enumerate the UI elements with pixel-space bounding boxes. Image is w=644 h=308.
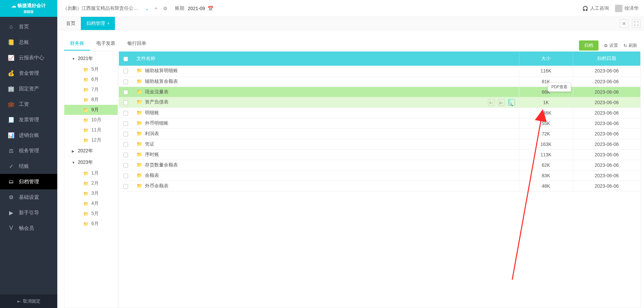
row-checkbox[interactable] [123,111,128,116]
sidebar-item-label: 发票管理 [19,117,39,123]
page-tabs: 首页归档管理× ✕ ⛶ [57,17,644,30]
file-name: 序时账 [145,152,159,157]
unpin-button[interactable]: ⇤ 取消固定 [0,295,57,308]
file-name: 辅助核算余额表 [145,79,178,84]
headset-icon: 🎧 [582,6,588,11]
tree-month-6月[interactable]: 📁6月 [64,74,118,85]
subtab-电子发票[interactable]: 电子发票 [90,37,121,51]
gear-icon[interactable]: ⚙ [163,6,167,11]
sidebar-item-新手引导[interactable]: ▶新手引导 [0,205,57,220]
tree-month-11月[interactable]: 📁11月 [64,125,118,135]
topbar: （勿删）江西服宝精品有限责任公司（... ⌄ ＋ ⚙ 账期 2021-09 📅 … [57,0,644,17]
subtab-财务账[interactable]: 财务账 [64,37,90,51]
tree-month-9月[interactable]: 📁9月 [64,105,118,115]
subtab-银行回单[interactable]: 银行回单 [121,37,152,51]
user-menu[interactable]: 徐泽华 [615,5,639,12]
tree-month-7月[interactable]: 📁7月 [64,85,118,95]
sidebar-item-进销台账[interactable]: 📊进销台账 [0,127,57,143]
sidebar-item-归档管理[interactable]: 🗂归档管理 [0,174,57,189]
row-checkbox[interactable] [123,163,128,168]
menu-icon: 📒 [8,39,14,45]
sidebar-item-云报表中心[interactable]: 📈云报表中心 [0,50,57,65]
settings-button[interactable]: ⚙设置 [604,42,618,49]
menu-icon: 🏢 [8,86,14,92]
gear-icon: ⚙ [604,43,608,48]
user-name: 徐泽华 [624,5,639,11]
table-row[interactable]: 📁利润表 72K 2023-06-06 [119,128,640,139]
folder-icon: 📁 [83,67,89,72]
row-checkbox[interactable] [123,184,128,189]
menu-icon: ⚙ [8,194,14,200]
tree-month-1月[interactable]: 📁1月 [64,168,118,178]
tree-year-2021年[interactable]: ▼2021年 [64,53,118,64]
plus-icon[interactable]: ＋ [154,5,158,11]
table-row[interactable]: 📁辅助核算明细账 116K 2023-06-06 [119,66,640,76]
tooltip-pdf-view: PDF查看 [548,83,571,92]
fullscreen-icon[interactable]: ⛶ [632,19,641,28]
tree-year-2023年[interactable]: ▼2023年 [64,157,118,168]
tree-month-6月[interactable]: 📁6月 [64,219,118,229]
sidebar-item-label: 工资 [19,101,29,107]
sidebar-item-税务管理[interactable]: ⚖税务管理 [0,143,57,158]
tree-month-10月[interactable]: 📁10月 [64,115,118,125]
sidebar-item-固定资产[interactable]: 🏢固定资产 [0,81,57,96]
row-checkbox[interactable] [123,90,128,95]
file-size: 55K [519,118,573,128]
table-row[interactable]: 📁资产负债表 x↓ p↓ p🔍 1K 2023-06-06 [119,97,640,107]
row-checkbox[interactable] [123,100,128,105]
period-value[interactable]: 2021-09 [188,6,205,11]
sidebar-item-结账[interactable]: ✓结账 [0,158,57,174]
row-checkbox[interactable] [123,142,128,147]
chevron-down-icon[interactable]: ⌄ [145,6,149,11]
sidebar-item-基础设置[interactable]: ⚙基础设置 [0,189,57,205]
table-row[interactable]: 📁存货数量余额表 62K 2023-06-06 [119,160,640,170]
pdf-view-icon[interactable]: p🔍 [508,99,515,106]
table-row[interactable]: 📁凭证 163K 2023-06-06 [119,139,640,149]
table-row[interactable]: 📁外币明细账 55K 2023-06-06 [119,118,640,128]
select-all-checkbox[interactable] [123,57,128,61]
row-checkbox[interactable] [123,174,128,178]
consult-button[interactable]: 🎧人工咨询 [582,5,609,11]
refresh-button[interactable]: ↻刷新 [623,42,637,49]
table-row[interactable]: 📁余额表 83K 2023-06-06 [119,170,640,181]
close-tab-icon[interactable]: ✕ [620,19,628,28]
archive-button[interactable]: 归档 [579,40,599,51]
tree-month-8月[interactable]: 📁8月 [64,95,118,105]
menu-icon: 📈 [8,55,14,61]
sidebar-item-工资[interactable]: 💼工资 [0,96,57,112]
sidebar-item-发票管理[interactable]: 🧾发票管理 [0,112,57,127]
company-select[interactable]: （勿删）江西服宝精品有限责任公司（... [63,5,140,11]
row-checkbox[interactable] [123,132,128,136]
tab-首页[interactable]: 首页 [61,17,81,30]
folder-icon: 📁 [83,128,89,133]
folder-icon: 📁 [83,181,89,186]
sidebar-item-label: 首页 [19,24,29,30]
excel-download-icon[interactable]: x↓ [488,99,495,106]
menu-icon: ⌂ [8,24,14,30]
col-size: 大小 [519,52,573,66]
tree-year-2022年[interactable]: ▶2022年 [64,145,118,157]
tree-month-5月[interactable]: 📁5月 [64,64,118,74]
row-checkbox[interactable] [123,121,128,126]
close-icon[interactable]: × [107,21,110,26]
table-row[interactable]: 📁明细账 246K 2023-06-06 [119,107,640,118]
tree-month-3月[interactable]: 📁3月 [64,188,118,198]
sidebar-item-label: 资金管理 [19,70,39,76]
sidebar-item-总账[interactable]: 📒总账 [0,34,57,50]
sidebar-item-首页[interactable]: ⌂首页 [0,19,57,34]
pdf-download-icon[interactable]: p↓ [498,99,505,106]
table-row[interactable]: 📁外币余额表 48K 2023-06-06 [119,181,640,191]
tree-month-4月[interactable]: 📁4月 [64,198,118,209]
row-checkbox[interactable] [123,153,128,157]
tab-归档管理[interactable]: 归档管理× [81,17,115,30]
row-checkbox[interactable] [123,69,128,73]
tree-month-12月[interactable]: 📁12月 [64,135,118,145]
table-row[interactable]: 📁序时账 113K 2023-06-06 [119,149,640,160]
sidebar-item-畅会员[interactable]: V畅会员 [0,220,57,236]
tree-month-5月[interactable]: 📁5月 [64,209,118,219]
archive-date: 2023-06-06 [573,149,640,160]
row-checkbox[interactable] [123,80,128,84]
tree-month-2月[interactable]: 📁2月 [64,178,118,188]
calendar-icon[interactable]: 📅 [208,6,213,11]
sidebar-item-资金管理[interactable]: 💰资金管理 [0,65,57,81]
